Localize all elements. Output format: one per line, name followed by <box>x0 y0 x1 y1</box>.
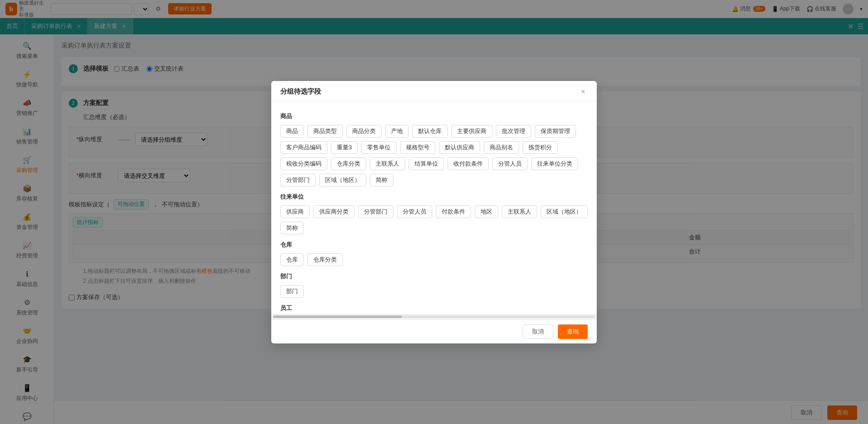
field-grid-dept: 部门 <box>280 285 588 298</box>
modal-header: 分组待选字段 × <box>271 81 597 101</box>
field-chip[interactable]: 商品别名 <box>484 141 519 154</box>
field-chip[interactable]: 收付款条件 <box>448 157 489 170</box>
modal-confirm-button[interactable]: 查询 <box>558 324 588 339</box>
field-chip[interactable]: 税收分类编码 <box>280 157 327 170</box>
field-chip[interactable]: 商品 <box>280 125 304 138</box>
field-chip[interactable]: 分管人员 <box>397 205 432 218</box>
modal-footer: 取消 查询 <box>271 319 597 343</box>
section-title-goods: 商品 <box>280 112 588 120</box>
section-title-dept: 部门 <box>280 272 588 281</box>
field-chip[interactable]: 仓库分类 <box>331 157 366 170</box>
field-chip[interactable]: 分管部门 <box>280 174 316 186</box>
section-title-partner: 往来单位 <box>280 193 588 201</box>
field-chip[interactable]: 商品类型 <box>307 125 343 138</box>
modal-body: 商品 商品 商品类型 商品分类 产地 默认仓库 主要供应商 批次管理 保质期管理… <box>271 101 597 314</box>
field-chip[interactable]: 重量3 <box>331 141 358 154</box>
field-chip[interactable]: 简称 <box>280 222 304 234</box>
field-chip[interactable]: 付款条件 <box>436 205 471 218</box>
field-chip[interactable]: 往来单位分类 <box>531 157 578 170</box>
modal-hscrollbar[interactable] <box>271 314 597 319</box>
field-chip[interactable]: 结算单位 <box>409 157 444 170</box>
field-chip[interactable]: 规格型号 <box>400 141 435 154</box>
modal-close-button[interactable]: × <box>579 87 588 96</box>
field-chip[interactable]: 供应商 <box>280 205 310 218</box>
field-grid-partner: 供应商 供应商分类 分管部门 分管人员 付款条件 地区 主联系人 区域（地区） … <box>280 205 588 234</box>
field-chip[interactable]: 主要供应商 <box>451 125 492 138</box>
field-chip[interactable]: 拣货积分 <box>523 141 558 154</box>
field-chip[interactable]: 批次管理 <box>496 125 531 138</box>
field-chip[interactable]: 商品分类 <box>346 125 382 138</box>
field-grid-warehouse: 仓库 仓库分类 <box>280 253 588 266</box>
field-chip[interactable]: 区域（地区） <box>319 174 366 186</box>
section-title-staff: 员工 <box>280 304 588 312</box>
section-title-warehouse: 仓库 <box>280 241 588 249</box>
modal-title: 分组待选字段 <box>280 87 321 96</box>
field-chip[interactable]: 分管人员 <box>492 157 528 170</box>
modal-cancel-button[interactable]: 取消 <box>523 324 553 339</box>
field-chip[interactable]: 主联系人 <box>502 205 537 218</box>
modal: 分组待选字段 × 商品 商品 商品类型 商品分类 产地 默认仓库 主要供应商 批… <box>271 81 597 343</box>
field-chip[interactable]: 仓库 <box>280 253 304 266</box>
hscroll-thumb <box>273 315 402 318</box>
field-chip[interactable]: 默认供应商 <box>439 141 480 154</box>
field-chip[interactable]: 保质期管理 <box>535 125 576 138</box>
hscroll-track <box>273 315 595 318</box>
field-chip[interactable]: 主联系人 <box>370 157 405 170</box>
field-chip[interactable]: 仓库分类 <box>307 253 343 266</box>
field-chip[interactable]: 零售单位 <box>361 141 396 154</box>
field-chip[interactable]: 供应商分类 <box>313 205 354 218</box>
field-grid-goods: 商品 商品类型 商品分类 产地 默认仓库 主要供应商 批次管理 保质期管理 客户… <box>280 125 588 186</box>
modal-overlay[interactable]: 分组待选字段 × 商品 商品 商品类型 商品分类 产地 默认仓库 主要供应商 批… <box>0 0 868 424</box>
field-chip[interactable]: 客户商品编码 <box>280 141 327 154</box>
field-chip[interactable]: 部门 <box>280 285 304 298</box>
field-chip[interactable]: 区域（地区） <box>541 205 588 218</box>
field-chip[interactable]: 简称 <box>370 174 393 186</box>
field-chip[interactable]: 默认仓库 <box>412 125 448 138</box>
field-chip[interactable]: 地区 <box>475 205 498 218</box>
field-chip[interactable]: 分管部门 <box>358 205 393 218</box>
field-chip[interactable]: 产地 <box>385 125 409 138</box>
